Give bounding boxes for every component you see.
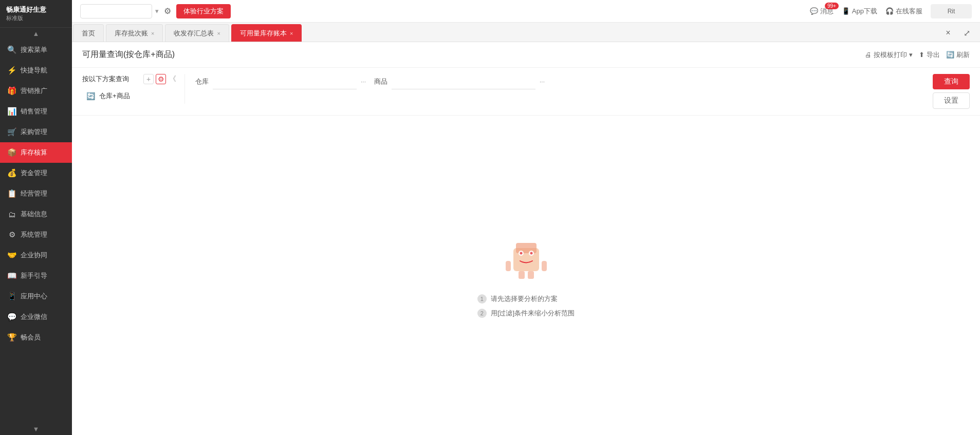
print-btn[interactable]: 🖨 按模板打印 ▾ (865, 50, 913, 60)
system-icon: ⚙ (7, 230, 16, 239)
tip-1-text: 请先选择要分析的方案 (491, 294, 558, 304)
tab-batch-account-label: 库存批次账 (115, 29, 148, 38)
refresh-label: 刷新 (956, 50, 970, 60)
warehouse-input[interactable] (213, 74, 357, 89)
message-badge: 99+ (825, 3, 839, 9)
app-download-label: App下载 (852, 7, 877, 16)
tab-batch-account-close[interactable]: × (151, 30, 154, 36)
tab-available-inventory-label: 可用量库存账本 (240, 29, 287, 38)
sidebar-item-vip[interactable]: 🏆 畅会员 (0, 327, 72, 348)
sidebar-item-quick-nav[interactable]: ⚡ 快捷导航 (0, 60, 72, 81)
filter-area: 按以下方案查询 + ⚙ 《 🔄 仓库+商品 仓库 (72, 68, 980, 116)
topbar: ▾ ⚙ 体验行业方案 💬 消息 99+ 📱 App下载 🎧 在线客服 Rit (72, 0, 980, 23)
tab-home-label: 首页 (82, 29, 95, 38)
sidebar-item-base[interactable]: 🗂 基础信息 (0, 204, 72, 224)
filter-row-1: 仓库 ··· 商品 ··· (195, 74, 922, 89)
window-maximize-btn[interactable]: ⤢ (959, 26, 974, 40)
svg-point-5 (530, 252, 532, 255)
sidebar-item-marketing[interactable]: 🎁 营销推广 (0, 81, 72, 101)
sidebar-item-label: 基础信息 (21, 210, 47, 219)
tab-receive-summary[interactable]: 收发存汇总表 × (165, 24, 229, 42)
sidebar-item-sales[interactable]: 📊 销售管理 (0, 101, 72, 122)
avatar-text: Rit (948, 8, 955, 15)
wechat-icon: 💬 (7, 312, 16, 321)
tip-1-num: 1 (477, 294, 487, 304)
tab-home[interactable]: 首页 (73, 24, 104, 42)
sidebar-item-label: 经营管理 (21, 189, 47, 198)
sidebar-scroll-up[interactable]: ▲ (0, 28, 72, 40)
base-icon: 🗂 (7, 210, 16, 219)
export-btn[interactable]: ⬆ 导出 (919, 50, 940, 60)
sidebar-item-label: 企业协同 (21, 251, 47, 260)
print-dropdown-icon[interactable]: ▾ (909, 51, 913, 59)
vip-icon: 🏆 (7, 333, 16, 342)
cart-icon: 🛒 (7, 127, 16, 137)
svg-point-4 (520, 252, 522, 255)
sidebar-item-label: 企业微信 (21, 312, 47, 321)
sidebar-item-search[interactable]: 🔍 搜索菜单 (0, 40, 72, 60)
sidebar-item-label: 营销推广 (21, 86, 47, 96)
sidebar-logo: 畅康通好生意 标准版 (0, 0, 72, 28)
refresh-icon: 🔄 (946, 51, 954, 59)
svg-rect-9 (528, 271, 534, 279)
message-btn[interactable]: 💬 消息 99+ (810, 7, 834, 16)
collapse-scheme-btn[interactable]: 《 (169, 74, 176, 84)
gift-icon: 🎁 (7, 86, 16, 96)
tab-receive-summary-close[interactable]: × (217, 30, 220, 36)
page-title: 可用量查询(按仓库+商品) (82, 49, 175, 60)
topbar-dropdown-icon[interactable]: ▾ (155, 7, 159, 15)
inventory-icon: 📦 (7, 148, 16, 157)
warehouse-more-btn[interactable]: ··· (361, 78, 366, 85)
print-icon: 🖨 (865, 51, 872, 59)
sidebar-item-wechat[interactable]: 💬 企业微信 (0, 307, 72, 327)
scheme-item-label: 仓库+商品 (99, 91, 130, 101)
svg-rect-6 (506, 261, 511, 271)
scheme-item-icon: 🔄 (86, 92, 95, 100)
message-icon: 💬 (810, 7, 818, 15)
tab-batch-account[interactable]: 库存批次账 × (106, 24, 163, 42)
app-download-btn[interactable]: 📱 App下载 (842, 7, 877, 16)
sidebar-item-label: 新手引导 (21, 271, 47, 280)
add-scheme-btn[interactable]: + (143, 74, 154, 84)
goods-label: 商品 (374, 77, 387, 86)
guide-icon: 📖 (7, 271, 16, 280)
sidebar-item-purchase[interactable]: 🛒 采购管理 (0, 122, 72, 142)
sidebar-item-label: 畅会员 (21, 333, 41, 342)
scheme-item-warehouse-goods[interactable]: 🔄 仓库+商品 (82, 88, 176, 104)
query-btn[interactable]: 查询 (933, 74, 970, 89)
topbar-search-input[interactable] (80, 4, 152, 18)
sidebar-item-inventory[interactable]: 📦 库存核算 (0, 142, 72, 163)
sidebar-item-label: 快捷导航 (21, 66, 47, 75)
window-close-btn[interactable]: × (941, 26, 955, 40)
filter-scheme-header: 按以下方案查询 + ⚙ 《 (82, 74, 176, 84)
sidebar-item-finance[interactable]: 💰 资金管理 (0, 163, 72, 183)
empty-state: 1 请先选择要分析的方案 2 用[过滤]条件来缩小分析范围 (72, 116, 980, 435)
sidebar-item-guide[interactable]: 📖 新手引导 (0, 266, 72, 286)
setting-btn[interactable]: 设置 (933, 92, 970, 109)
finance-icon: 💰 (7, 168, 16, 178)
tip-2-text: 用[过滤]条件来缩小分析范围 (491, 309, 575, 318)
sidebar-item-enterprise[interactable]: 🤝 企业协同 (0, 245, 72, 266)
sidebar-item-system[interactable]: ⚙ 系统管理 (0, 224, 72, 245)
topbar-gear-icon[interactable]: ⚙ (164, 6, 171, 16)
sidebar-scroll-down[interactable]: ▼ (0, 423, 72, 435)
goods-more-btn[interactable]: ··· (540, 78, 545, 85)
tab-available-inventory[interactable]: 可用量库存账本 × (231, 24, 302, 42)
headset-icon: 🎧 (885, 7, 894, 15)
settings-scheme-btn[interactable]: ⚙ (156, 74, 166, 84)
filter-field-warehouse: 仓库 ··· (195, 74, 366, 89)
search-icon: 🔍 (7, 45, 16, 54)
user-avatar[interactable]: Rit (931, 4, 972, 18)
filter-scheme-panel: 按以下方案查询 + ⚙ 《 🔄 仓库+商品 (82, 74, 185, 104)
filter-scheme-actions: + ⚙ (143, 74, 166, 84)
goods-input[interactable] (392, 74, 535, 89)
refresh-btn[interactable]: 🔄 刷新 (946, 50, 970, 60)
sidebar-item-appstore[interactable]: 📱 应用中心 (0, 286, 72, 307)
tab-available-inventory-close[interactable]: × (290, 30, 293, 36)
empty-illustration (501, 233, 552, 284)
customer-service-btn[interactable]: 🎧 在线客服 (885, 7, 922, 16)
page-actions: 🖨 按模板打印 ▾ ⬆ 导出 🔄 刷新 (865, 50, 970, 60)
trial-btn[interactable]: 体验行业方案 (176, 4, 231, 18)
filter-scheme-label: 按以下方案查询 (82, 74, 129, 84)
sidebar-item-operations[interactable]: 📋 经营管理 (0, 183, 72, 204)
